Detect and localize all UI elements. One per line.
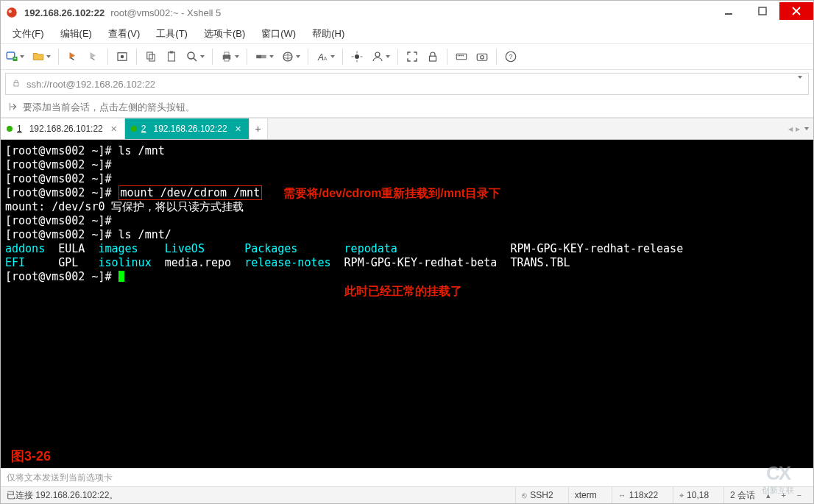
svg-rect-2 <box>725 13 732 15</box>
menu-tabs[interactable]: 选项卡(B) <box>199 26 249 42</box>
session-tab-1[interactable]: 1 192.168.26.101:22 ✕ <box>1 118 125 139</box>
svg-rect-18 <box>224 52 229 55</box>
info-tip-text: 要添加当前会话，点击左侧的箭头按钮。 <box>23 101 195 114</box>
minimize-button[interactable] <box>712 2 746 20</box>
svg-point-27 <box>355 54 359 59</box>
toolbar: + AA ? <box>1 44 813 70</box>
svg-rect-12 <box>149 54 155 61</box>
transfer-button[interactable] <box>252 47 277 66</box>
proto-icon: ⎋ <box>522 491 527 500</box>
status-term: xterm <box>568 487 603 503</box>
menu-view[interactable]: 查看(V) <box>104 26 144 42</box>
app-icon <box>5 6 18 19</box>
annotation-2: 此时已经正常的挂载了 <box>344 284 462 298</box>
svg-rect-37 <box>461 55 462 57</box>
copy-button[interactable] <box>141 47 160 66</box>
svg-rect-44 <box>9 102 10 110</box>
status-proto: ⎋SSH2 <box>515 487 559 503</box>
lock-button[interactable] <box>423 47 442 66</box>
svg-point-0 <box>7 7 17 18</box>
disconnect-button[interactable] <box>84 47 103 66</box>
menu-tools[interactable]: 工具(T) <box>152 26 192 42</box>
open-session-button[interactable] <box>29 47 54 66</box>
status-bar: 已连接 192.168.26.102:22。 ⎋SSH2 xterm ↔118x… <box>1 486 813 503</box>
terminal[interactable]: [root@vms002 ~]# ls /mnt [root@vms002 ~]… <box>1 140 801 468</box>
tab-number: 1 <box>17 124 22 134</box>
session-button[interactable] <box>368 47 393 66</box>
properties-button[interactable] <box>113 47 132 66</box>
send-input-bar[interactable]: 仅将文本发送到当前选项卡 <box>1 468 813 486</box>
annotation-1: 需要将/dev/cdrom重新挂载到/mnt目录下 <box>283 186 500 200</box>
tab-next-icon[interactable]: ▸ <box>796 124 800 134</box>
help-button[interactable]: ? <box>501 47 520 66</box>
title-rest: root@vms002:~ - Xshell 5 <box>110 7 221 18</box>
svg-rect-36 <box>459 55 461 57</box>
terminal-scrollbar[interactable] <box>801 140 813 468</box>
svg-rect-33 <box>430 56 436 61</box>
address-text: ssh://root@192.168.26.102:22 <box>26 79 155 90</box>
session-tab-2[interactable]: 2 192.168.26.102:22 ✕ <box>125 118 249 139</box>
svg-rect-34 <box>456 54 467 60</box>
capture-button[interactable] <box>473 47 492 66</box>
svg-rect-38 <box>463 55 464 57</box>
svg-line-16 <box>194 58 197 61</box>
color-scheme-button[interactable] <box>347 47 367 66</box>
status-dot-icon <box>131 126 137 132</box>
svg-point-1 <box>9 10 13 13</box>
tab-number: 2 <box>141 124 146 134</box>
lock-icon <box>12 79 21 90</box>
menu-bar: 文件(F) 编辑(E) 查看(V) 工具(T) 选项卡(B) 窗口(W) 帮助(… <box>1 24 813 44</box>
status-size: ↔118x22 <box>612 487 664 503</box>
new-tab-button[interactable]: + <box>249 118 268 139</box>
info-arrow-icon[interactable] <box>8 102 18 114</box>
svg-text:A: A <box>317 52 324 63</box>
menu-window[interactable]: 窗口(W) <box>257 26 300 42</box>
close-button[interactable] <box>779 2 813 20</box>
svg-rect-35 <box>458 55 459 57</box>
svg-text:A: A <box>324 55 328 62</box>
tab-list-dropdown[interactable] <box>804 127 809 130</box>
print-button[interactable] <box>217 47 242 66</box>
app-window: 192.168.26.102:22 root@vms002:~ - Xshell… <box>0 0 814 504</box>
status-dot-icon <box>7 126 13 132</box>
svg-point-40 <box>481 56 484 60</box>
status-connection: 已连接 192.168.26.102:22。 <box>7 489 118 502</box>
svg-rect-20 <box>256 55 261 59</box>
web-button[interactable] <box>278 47 303 66</box>
menu-edit[interactable]: 编辑(E) <box>56 26 96 42</box>
svg-text:+: + <box>14 56 17 61</box>
svg-point-32 <box>375 52 380 57</box>
svg-point-15 <box>188 52 194 59</box>
tab-close-icon[interactable]: ✕ <box>110 124 117 134</box>
title-host: 192.168.26.102:22 <box>24 7 105 18</box>
paste-button[interactable] <box>162 47 181 66</box>
font-button[interactable]: AA <box>313 47 338 66</box>
tab-close-icon[interactable]: ✕ <box>235 124 241 134</box>
tab-nav: ◂ ▸ <box>788 118 813 139</box>
info-tip-bar: 要添加当前会话，点击左侧的箭头按钮。 <box>1 98 813 118</box>
svg-rect-13 <box>169 52 175 61</box>
tab-prev-icon[interactable]: ◂ <box>788 124 793 134</box>
title-bar: 192.168.26.102:22 root@vms002:~ - Xshell… <box>1 1 813 24</box>
size-icon: ↔ <box>618 491 626 500</box>
svg-rect-39 <box>477 54 487 60</box>
find-button[interactable] <box>183 47 208 66</box>
svg-rect-3 <box>759 7 766 15</box>
status-sessions: 2 会话 ▴ + − <box>723 487 807 503</box>
svg-point-10 <box>121 55 124 59</box>
address-dropdown[interactable] <box>796 79 802 90</box>
menu-file[interactable]: 文件(F) <box>8 26 49 42</box>
keyboard-button[interactable] <box>452 47 471 66</box>
reconnect-button[interactable] <box>63 47 82 66</box>
terminal-wrap: [root@vms002 ~]# ls /mnt [root@vms002 ~]… <box>1 140 813 468</box>
send-input-placeholder: 仅将文本发送到当前选项卡 <box>7 472 113 484</box>
fullscreen-button[interactable] <box>403 47 422 66</box>
svg-rect-19 <box>224 58 229 61</box>
svg-rect-11 <box>147 52 153 59</box>
new-session-button[interactable]: + <box>2 47 27 66</box>
maximize-button[interactable] <box>746 2 779 20</box>
menu-help[interactable]: 帮助(H) <box>308 26 349 42</box>
cursor-icon: ⌖ <box>679 491 684 500</box>
address-bar[interactable]: ssh://root@192.168.26.102:22 <box>5 73 809 95</box>
status-cursor: ⌖10,18 <box>673 487 715 503</box>
